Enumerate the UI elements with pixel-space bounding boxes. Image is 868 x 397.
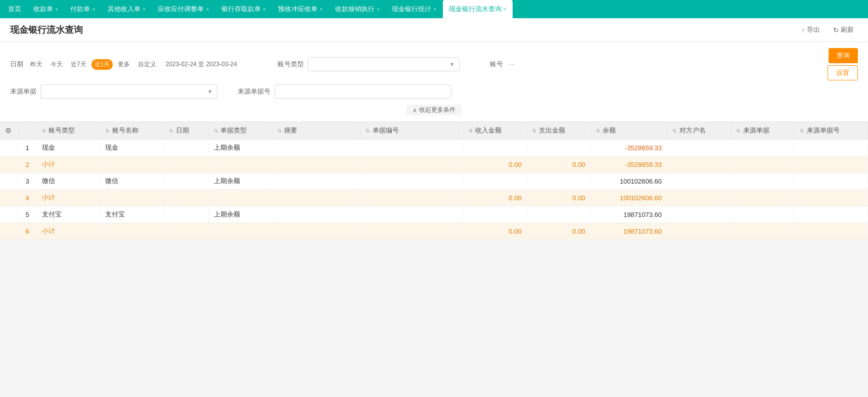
nav-collection-exec[interactable]: 收款核销执行 ×: [329, 0, 386, 18]
close-icon[interactable]: ×: [433, 0, 436, 18]
source-doc-no-input[interactable]: [275, 84, 451, 99]
td-account-name: 微信: [100, 173, 164, 190]
td-doc-type: [208, 223, 272, 240]
date-opt-more[interactable]: 更多: [115, 59, 133, 70]
td-doc-type: 上期余额: [208, 140, 272, 156]
td-account-name: [100, 190, 164, 206]
source-doc-select[interactable]: ▼: [40, 84, 217, 99]
account-type-select[interactable]: ▼: [308, 57, 460, 71]
td-num: 4: [18, 190, 36, 206]
table-row: 3微信微信上期余额100102606.60: [0, 173, 868, 190]
th-date[interactable]: ⇅ 日期: [164, 122, 208, 140]
th-source-doc-no[interactable]: ⇅ 来源单据号: [795, 122, 868, 140]
close-icon[interactable]: ×: [263, 0, 266, 18]
td-source-doc-no: [795, 156, 868, 173]
td-doc-type: [208, 156, 272, 173]
nav-cash-bank-flow[interactable]: 现金银行流水查询 ×: [443, 0, 513, 18]
close-icon[interactable]: ×: [92, 0, 95, 18]
nav-bank-deposit[interactable]: 银行存取款单 ×: [215, 0, 272, 18]
td-expense: [527, 173, 590, 190]
sort-icon: ⇅: [278, 128, 282, 134]
td-source-doc: [731, 223, 795, 240]
th-account-type[interactable]: ⇅ 账号类型: [36, 122, 100, 140]
page-header: 现金银行流水查询 ↑ 导出 ↻ 刷新: [0, 18, 868, 42]
date-opt-today[interactable]: 今天: [48, 59, 66, 70]
filter-row-1: 日期 昨天 今天 近7天 近1月 更多 自定义 2023-02-24 至 202…: [10, 48, 858, 80]
nav-other-income[interactable]: 其他收入单 ×: [102, 0, 152, 18]
refresh-button[interactable]: ↻ 刷新: [829, 23, 858, 36]
td-income: 0.00: [463, 223, 527, 240]
td-source-doc-no: [795, 173, 868, 190]
close-icon[interactable]: ×: [55, 0, 58, 18]
nav-prepayment[interactable]: 预收冲应收单 ×: [272, 0, 329, 18]
th-doc-no[interactable]: ⇅ 单据编号: [360, 122, 464, 140]
td-account-name: [100, 223, 164, 240]
account-type-label: 账号类型: [278, 60, 304, 69]
sort-icon: ⇅: [214, 128, 218, 134]
td-source-doc: [731, 206, 795, 223]
table-row: 2小计0.000.00-3528659.33: [0, 156, 868, 173]
nav-cash-bank-stats[interactable]: 现金银行统计 ×: [386, 0, 442, 18]
th-account-name[interactable]: ⇅ 账号名称: [100, 122, 164, 140]
td-balance: 19871073.60: [590, 223, 667, 240]
chevron-down-icon: ▼: [207, 89, 213, 95]
close-icon[interactable]: ×: [504, 0, 507, 18]
td-doc-type: [208, 190, 272, 206]
td-income: 0.00: [463, 156, 527, 173]
close-icon[interactable]: ×: [377, 0, 380, 18]
td-balance: 19871073.60: [590, 206, 667, 223]
close-icon[interactable]: ×: [143, 0, 146, 18]
nav-receipt[interactable]: 收款单 ×: [27, 0, 64, 18]
date-range-display: 2023-02-24 至 2023-03-24: [165, 60, 237, 69]
td-doc-no: [360, 223, 464, 240]
date-opt-1month[interactable]: 近1月: [92, 59, 113, 70]
chevron-down-icon: ▼: [449, 61, 455, 67]
th-summary[interactable]: ⇅ 摘要: [272, 122, 360, 140]
date-filter-group: 日期 昨天 今天 近7天 近1月 更多 自定义 2023-02-24 至 202…: [10, 59, 237, 70]
close-icon[interactable]: ×: [206, 0, 209, 18]
export-button[interactable]: ↑ 导出: [798, 23, 825, 36]
td-source-doc: [731, 190, 795, 206]
td-settings: [0, 173, 18, 190]
td-date: [164, 140, 208, 156]
td-expense: 0.00: [527, 190, 590, 206]
th-settings[interactable]: ⚙: [0, 122, 18, 140]
source-doc-filter-group: 来源单据 ▼: [10, 84, 217, 99]
th-balance[interactable]: ⇅ 余额: [590, 122, 667, 140]
ellipsis-icon[interactable]: ···: [507, 60, 517, 68]
th-source-doc[interactable]: ⇅ 来源单据: [731, 122, 795, 140]
td-account-type: 现金: [36, 140, 100, 156]
sort-icon: ⇅: [469, 128, 473, 134]
td-num: 5: [18, 206, 36, 223]
th-income[interactable]: ⇅ 收入金额: [463, 122, 527, 140]
td-doc-no: [360, 190, 464, 206]
nav-payment[interactable]: 付款单 ×: [64, 0, 101, 18]
th-counterpart[interactable]: ⇅ 对方户名: [667, 122, 731, 140]
table-area: ⚙ ⇅ 账号类型 ⇅ 账号名称 ⇅ 日期 ⇅ 单据类型: [0, 122, 868, 240]
sort-icon: ⇅: [672, 128, 676, 134]
gear-icon[interactable]: ⚙: [5, 126, 12, 135]
th-expense[interactable]: ⇅ 支出金额: [527, 122, 590, 140]
collapse-button[interactable]: ∧ 收起更多条件: [406, 105, 462, 115]
td-account-type: 微信: [36, 173, 100, 190]
td-settings: [0, 223, 18, 240]
settings-button[interactable]: 设置: [828, 65, 858, 80]
td-counterpart: [667, 156, 731, 173]
refresh-icon: ↻: [833, 26, 839, 34]
collapse-bar: ∧ 收起更多条件: [10, 103, 858, 117]
date-opt-7days[interactable]: 近7天: [68, 59, 89, 70]
sort-icon: ⇅: [105, 128, 109, 134]
th-doc-type[interactable]: ⇅ 单据类型: [208, 122, 272, 140]
query-button[interactable]: 查询: [829, 48, 858, 63]
top-navigation: 首页 收款单 × 付款单 × 其他收入单 × 应收应付调整单 × 银行存取款单 …: [0, 0, 868, 18]
td-counterpart: [667, 140, 731, 156]
td-account-type: 小计: [36, 190, 100, 206]
td-doc-no: [360, 206, 464, 223]
td-settings: [0, 156, 18, 173]
date-opt-custom[interactable]: 自定义: [135, 59, 159, 70]
date-opt-yesterday[interactable]: 昨天: [27, 59, 45, 70]
nav-home[interactable]: 首页: [2, 0, 27, 18]
nav-ar-ap-adjust[interactable]: 应收应付调整单 ×: [152, 0, 215, 18]
td-date: [164, 173, 208, 190]
close-icon[interactable]: ×: [319, 0, 323, 18]
